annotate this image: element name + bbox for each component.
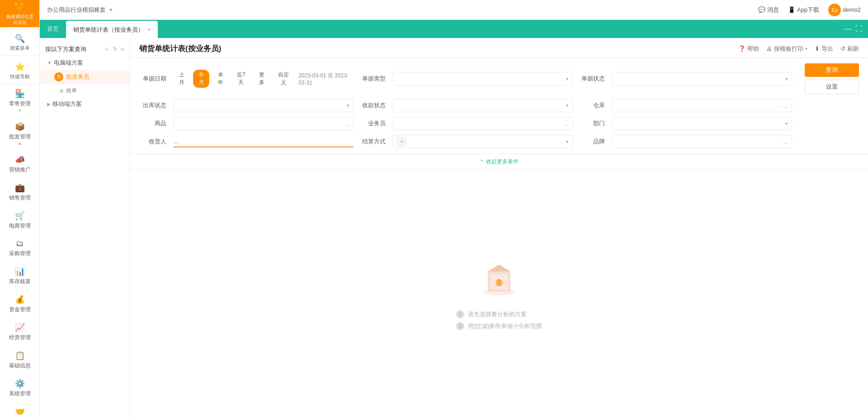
tab-sales-stat[interactable]: 销货单统计表（按业务员） × bbox=[66, 21, 158, 39]
wholesale-expand-icon: ▲ bbox=[18, 141, 22, 146]
brand-select[interactable]: ... bbox=[612, 135, 792, 148]
filter-row-2: 出库状态 ▾ 收款状态 ▾ bbox=[139, 99, 859, 112]
retail-icon: 🏪 bbox=[15, 89, 25, 99]
tip-2-text: 用[过滤]条件来缩小分析范围 bbox=[468, 322, 542, 330]
panel-edit-icon[interactable]: ✎ bbox=[113, 45, 118, 53]
app-logo: 🧡 畅捷通好生意 标准版 bbox=[0, 0, 40, 27]
panel-section-pc-title[interactable]: ▼ 电脑端方案 bbox=[40, 56, 130, 70]
refresh-btn[interactable]: ↺ 刷新 bbox=[840, 45, 859, 53]
topbar-dropdown-icon[interactable]: ▾ bbox=[109, 6, 113, 13]
filter-wrapper: 单据日期 上月 本月 本年 近7天 更多 自定义 2023-03-01 至 20… bbox=[130, 58, 868, 170]
settlement-select[interactable]: × ▾ bbox=[393, 135, 573, 148]
export-btn[interactable]: ⬇ 导出 bbox=[815, 45, 833, 53]
shortcut-nav-icon: ⭐ bbox=[15, 62, 25, 72]
tab-close-icon[interactable]: × bbox=[147, 27, 151, 33]
date-btn-last-month[interactable]: 上月 bbox=[174, 70, 190, 88]
corp-icon: 🤝 bbox=[15, 407, 25, 417]
doc-status-control: ▾ bbox=[612, 72, 792, 86]
salesperson-dot: 员 bbox=[54, 72, 63, 81]
shortcut-nav-label: 快捷导航 bbox=[10, 73, 30, 80]
date-btn-this-month[interactable]: 本月 bbox=[193, 70, 210, 88]
receipt-status-select[interactable]: ▾ bbox=[393, 99, 573, 112]
settings-button[interactable]: 设置 bbox=[805, 80, 859, 94]
sidebar-item-basic[interactable]: 📋 基础信息 bbox=[0, 346, 39, 374]
date-btn-7days[interactable]: 近7天 bbox=[231, 70, 250, 88]
panel-sub-item-order[interactable]: ≡ 按单 bbox=[40, 84, 130, 97]
query-button[interactable]: 查询 bbox=[805, 63, 859, 77]
user-menu[interactable]: Ea demo2 bbox=[828, 4, 861, 16]
sidebar-item-finance-label: 资金管理 bbox=[9, 306, 31, 314]
panel-section-mobile-title[interactable]: ▶ 移动端方案 bbox=[40, 97, 130, 111]
collapse-button[interactable]: ⌃ 收起更多条件 bbox=[480, 158, 519, 166]
receiver-input[interactable] bbox=[174, 136, 354, 147]
warehouse-select[interactable]: ... bbox=[612, 99, 792, 112]
out-status-select[interactable]: ▾ bbox=[174, 99, 354, 112]
warehouse-control: ... bbox=[612, 99, 792, 112]
doc-status-select[interactable]: ▾ bbox=[612, 72, 792, 86]
mobile-section-arrow: ▶ bbox=[47, 101, 51, 107]
date-btn-custom[interactable]: 自定义 bbox=[273, 70, 294, 88]
sidebar-item-purchase-label: 采购管理 bbox=[9, 250, 31, 257]
search-menu-section[interactable]: 🔍 搜索菜单 bbox=[0, 27, 39, 56]
sidebar-item-marketing[interactable]: 📣 营销推广 bbox=[0, 150, 39, 178]
tab-maximize-icon[interactable]: ⛶ bbox=[855, 25, 863, 33]
sidebar-item-wholesale[interactable]: 📦 批发管理 ▲ bbox=[0, 117, 39, 150]
basic-icon: 📋 bbox=[15, 351, 25, 361]
topbar-left: 办公用品行业模拟账套 ▾ bbox=[47, 6, 113, 14]
receiver-control bbox=[174, 136, 354, 147]
doc-type-select[interactable]: ▾ bbox=[393, 72, 573, 86]
out-status-label: 出库状态 bbox=[139, 101, 166, 109]
pc-section-label: 电脑端方案 bbox=[54, 59, 83, 67]
sidebar-item-finance[interactable]: 💰 资金管理 bbox=[0, 290, 39, 318]
help-btn[interactable]: ❓ 帮助 bbox=[738, 45, 759, 53]
main-area: 办公用品行业模拟账套 ▾ 💬 消息 📱 App下载 Ea demo2 首页 销货… bbox=[40, 0, 868, 418]
panel-collapse-icon[interactable]: « bbox=[121, 45, 124, 53]
topbar-breadcrumb: 办公用品行业模拟账套 bbox=[47, 6, 106, 14]
message-label: 消息 bbox=[767, 6, 779, 14]
warehouse-dots: ... bbox=[783, 102, 788, 109]
settlement-tag: × bbox=[397, 137, 406, 146]
shortcut-nav-section[interactable]: ⭐ 快捷导航 bbox=[0, 56, 39, 84]
date-btn-more[interactable]: 更多 bbox=[253, 70, 270, 88]
tab-bar: 首页 销货单统计表（按业务员） × — ⛶ bbox=[40, 20, 868, 38]
export-icon: ⬇ bbox=[815, 45, 820, 52]
panel-item-salesperson[interactable]: 员 按业务员 bbox=[40, 70, 130, 84]
tab-home[interactable]: 首页 bbox=[40, 20, 66, 38]
receipt-status-arrow: ▾ bbox=[566, 103, 569, 109]
app-download-label: App下载 bbox=[797, 6, 819, 14]
purchase-icon: 🗂 bbox=[16, 239, 24, 248]
panel-sub-item-order-label: 按单 bbox=[66, 87, 77, 95]
sidebar-item-ecommerce-label: 电商管理 bbox=[9, 222, 31, 230]
tab-minimize-icon[interactable]: — bbox=[844, 25, 852, 33]
action-btns: 查询 设置 bbox=[805, 63, 859, 94]
print-icon: 🖨 bbox=[766, 45, 772, 52]
salesperson-dots: ... bbox=[564, 120, 569, 127]
dept-arrow: ▾ bbox=[785, 121, 788, 127]
settlement-x-btn[interactable]: × bbox=[400, 138, 403, 145]
print-btn[interactable]: 🖨 按模板打印 ▾ bbox=[766, 45, 807, 53]
sidebar-item-system[interactable]: ⚙️ 系统管理 bbox=[0, 374, 39, 402]
tip-2-num: 2 bbox=[456, 322, 464, 330]
help-icon: ❓ bbox=[738, 45, 745, 52]
sidebar-item-inventory-label: 库存核算 bbox=[9, 278, 31, 285]
sidebar-item-sales[interactable]: 💼 销售管理 bbox=[0, 178, 39, 206]
svg-marker-3 bbox=[488, 265, 510, 271]
panel-add-icon[interactable]: ＋ bbox=[104, 45, 110, 53]
goods-select[interactable]: ... bbox=[174, 117, 354, 130]
empty-state: 1 请先选择要分析的方案 2 用[过滤]条件来缩小分析范围 bbox=[130, 170, 868, 418]
date-btn-this-year[interactable]: 本年 bbox=[212, 70, 229, 88]
sidebar-item-inventory[interactable]: 📊 库存核算 bbox=[0, 262, 39, 290]
sidebar-item-operation[interactable]: 📈 经营管理 bbox=[0, 318, 39, 346]
app-download-btn[interactable]: 📱 App下载 bbox=[788, 6, 819, 14]
salesperson-select[interactable]: ... bbox=[393, 117, 573, 130]
message-btn[interactable]: 💬 消息 bbox=[758, 6, 779, 14]
sidebar-item-basic-label: 基础信息 bbox=[9, 362, 31, 370]
sidebar-item-purchase[interactable]: 🗂 采购管理 bbox=[0, 234, 39, 262]
page-actions: ❓ 帮助 🖨 按模板打印 ▾ ⬇ 导出 ↺ 刷新 bbox=[738, 45, 859, 53]
warehouse-label: 仓库 bbox=[580, 101, 605, 109]
sidebar-item-corp[interactable]: 🤝 企业协同 bbox=[0, 402, 39, 418]
dept-select[interactable]: ▾ bbox=[612, 117, 792, 130]
sidebar-item-ecommerce[interactable]: 🛒 电商管理 bbox=[0, 206, 39, 234]
sidebar-item-retail[interactable]: 🏪 零售管理 ▾ bbox=[0, 84, 39, 117]
receiver-label: 收货人 bbox=[139, 138, 166, 146]
